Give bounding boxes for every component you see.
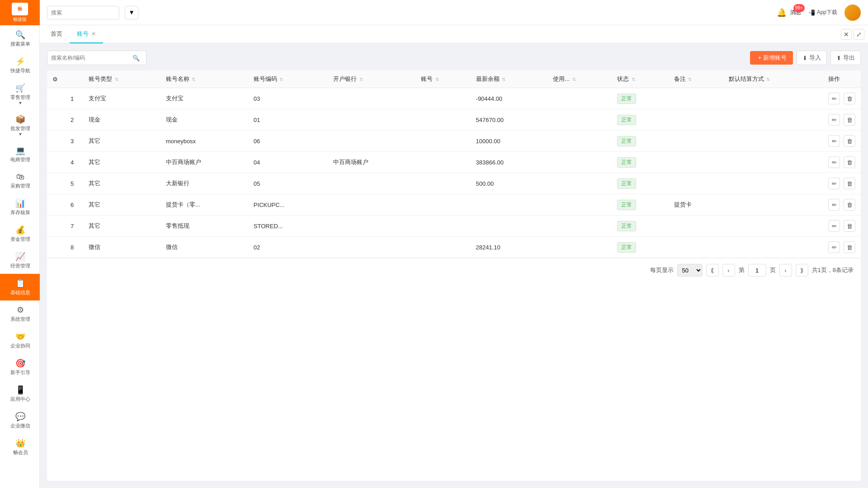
sidebar-item-vip[interactable]: 👑 畅会员 [0,434,40,460]
sidebar-item-system[interactable]: ⚙ 系统管理 [0,300,40,327]
delete-button[interactable]: 🗑 [844,135,855,147]
tab-account-close[interactable]: ✕ [91,31,96,37]
delete-button[interactable]: 🗑 [844,241,855,253]
delete-button[interactable]: 🗑 [844,93,855,104]
col-bank[interactable]: 开户银行 ⇅ [328,70,415,88]
delete-button[interactable]: 🗑 [844,199,855,211]
row-status: 正常 [612,152,669,173]
last-page-button[interactable]: ⟫ [796,264,808,277]
delete-button[interactable]: 🗑 [844,178,855,189]
sidebar-item-search[interactable]: 🔍 搜索菜单 [0,25,40,52]
first-page-button[interactable]: ⟪ [706,264,719,277]
row-balance: 383866.00 [471,152,548,173]
col-balance[interactable]: 最新余额 ⇅ [471,70,548,88]
edit-button[interactable]: ✏ [828,114,840,126]
edit-button[interactable]: ✏ [828,241,840,253]
col-default-settlement[interactable]: 默认结算方式 ⇅ [723,70,823,88]
row-checkbox [47,131,65,152]
new-guide-icon: 🎯 [3,358,38,368]
next-page-button[interactable]: › [779,264,792,277]
delete-button[interactable]: 🗑 [844,114,855,126]
row-bank [328,88,415,109]
sidebar-item-retail[interactable]: 🛒 零售管理 ▼ [0,79,40,110]
delete-button[interactable]: 🗑 [844,156,855,168]
edit-button[interactable]: ✏ [828,135,840,147]
table-row: 8 微信 微信 02 28241.10 正常 ✏ 🗑 [47,237,861,258]
user-avatar[interactable] [844,5,861,21]
prev-page-button[interactable]: ‹ [722,264,735,277]
row-index: 2 [65,109,83,131]
sidebar-item-operations[interactable]: 📈 经营管理 [0,247,40,274]
table-row: 6 其它 提货卡（零... PICKUPC... 正常 提货卡 ✏ 🗑 [47,194,861,216]
tab-home[interactable]: 首页 [43,25,70,43]
tab-close-button[interactable]: ✕ [841,29,852,40]
sidebar-item-finance[interactable]: 💰 资金管理 [0,221,40,247]
col-usage[interactable]: 使用... ⇅ [547,70,612,88]
edit-button[interactable]: ✏ [828,199,840,211]
col-status[interactable]: 状态 ⇅ [612,70,669,88]
notification-button[interactable]: 🔔 99+ 消息 [777,8,801,18]
import-button[interactable]: ⬇ 导入 [797,51,827,65]
sidebar-item-new-guide[interactable]: 🎯 新手引导 [0,354,40,380]
edit-button[interactable]: ✏ [828,178,840,189]
edit-button[interactable]: ✏ [828,156,840,168]
sidebar-item-wholesale[interactable]: 📦 批发管理 ▼ [0,110,40,141]
col-type[interactable]: 账号类型 ⇅ [83,70,160,88]
page-input[interactable] [748,264,766,277]
account-search-input[interactable] [51,55,132,61]
global-search-input[interactable] [47,6,119,19]
row-code: 04 [248,152,328,173]
tab-maximize-button[interactable]: ⤢ [854,29,864,40]
logo-icon: 畅 [12,3,28,15]
retail-icon: 🛒 [3,83,38,93]
row-usage [547,131,612,152]
sidebar-item-inventory[interactable]: 📊 库存核算 [0,194,40,221]
status-badge: 正常 [617,178,636,189]
sidebar-item-quick-nav[interactable]: ⚡ 快捷导航 [0,52,40,79]
row-type: 支付宝 [83,88,160,109]
search-icon: 🔍 [132,55,140,61]
sidebar-item-ecommerce[interactable]: 💻 电商管理 [0,141,40,168]
col-code[interactable]: 账号编码 ⇅ [248,70,328,88]
row-code: 01 [248,109,328,131]
col-settings[interactable]: ⚙ [47,70,65,88]
app-download-button[interactable]: 📲 App下载 [808,9,837,16]
edit-button[interactable]: ✏ [828,220,840,232]
tab-bar-actions: ✕ ⤢ [841,29,864,40]
row-status: 正常 [612,194,669,216]
add-account-button[interactable]: + 新增账号 [750,51,793,65]
tab-account-label: 账号 [77,30,89,38]
page-size-select[interactable]: 50 10 20 100 [677,264,703,277]
table-row: 2 现金 现金 01 547670.00 正常 ✏ 🗑 [47,109,861,131]
edit-button[interactable]: ✏ [828,93,840,104]
sidebar-item-app-center[interactable]: 📱 应用中心 [0,380,40,407]
status-badge: 正常 [617,115,636,125]
row-actions: ✏ 🗑 [823,131,861,152]
sort-icon: ⇅ [632,77,635,82]
sidebar-item-enterprise-agreement[interactable]: 🤝 企业协同 [0,327,40,354]
quick-nav-icon: ⚡ [3,56,38,66]
status-badge: 正常 [617,200,636,210]
row-remark [669,173,723,194]
sidebar-item-purchase[interactable]: 🛍 采购管理 [0,168,40,194]
col-account-no[interactable]: 账号 ⇅ [415,70,470,88]
sidebar-item-enterprise-wechat[interactable]: 💬 企业微信 [0,407,40,434]
search-wrap: 🔍 [47,51,146,65]
row-account-no [415,88,470,109]
tab-account[interactable]: 账号 ✕ [70,25,103,43]
ecommerce-icon: 💻 [3,145,38,155]
row-type: 其它 [83,216,160,237]
table-row: 5 其它 大新银行 05 500.00 正常 ✏ 🗑 [47,173,861,194]
sidebar-item-basic-info[interactable]: 📋 基础信息 [0,274,40,300]
delete-button[interactable]: 🗑 [844,220,855,232]
bell-icon: 🔔 [777,8,787,18]
export-button[interactable]: ⬆ 导出 [830,51,861,65]
row-code: 06 [248,131,328,152]
row-account-no [415,194,470,216]
row-status: 正常 [612,237,669,258]
col-remark[interactable]: 备注 ⇅ [669,70,723,88]
row-remark [669,237,723,258]
system-icon: ⚙ [3,305,38,315]
dropdown-button[interactable]: ▼ [125,6,138,19]
col-name[interactable]: 账号名称 ⇅ [160,70,248,88]
